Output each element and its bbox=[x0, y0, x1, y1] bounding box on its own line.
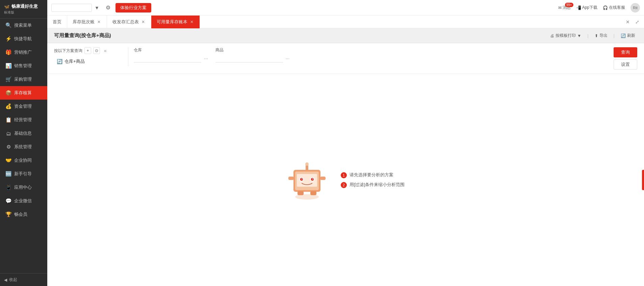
sidebar-item-member[interactable]: 🏆 畅会员 bbox=[0, 208, 47, 221]
headset-icon: 🎧 bbox=[603, 5, 608, 10]
online-service-button[interactable]: 🎧 在线客服 bbox=[603, 5, 625, 10]
enterprise-icon: 🤝 bbox=[5, 157, 11, 163]
close-window-button[interactable]: ✕ bbox=[624, 18, 632, 26]
filter-warehouse-input[interactable] bbox=[134, 54, 201, 62]
search-input[interactable] bbox=[51, 4, 92, 12]
sidebar-item-sales[interactable]: 📊 销售管理 bbox=[0, 59, 47, 73]
settings-gear-button[interactable]: ⚙ bbox=[103, 3, 113, 12]
scheme-add-button[interactable]: + bbox=[84, 47, 91, 54]
topbar-right-area: ✉ 消息 99+ 📲 App下载 🎧 在线客服 Rit bbox=[558, 3, 640, 12]
sidebar-item-basic[interactable]: 🗂 基础信息 bbox=[0, 127, 47, 140]
search-button[interactable]: ▼ bbox=[93, 4, 101, 11]
page-settings-button[interactable]: 设置 bbox=[614, 59, 637, 70]
page-actions: 🖨 按模板打印 ▼ | ⬆ 导出 | 🔄 刷新 bbox=[548, 32, 637, 40]
sidebar-item-wechat[interactable]: 💬 企业微信 bbox=[0, 194, 47, 208]
sidebar-footer[interactable]: ◀ 收起 bbox=[0, 273, 47, 286]
print-button[interactable]: 🖨 按模板打印 ▼ bbox=[548, 32, 583, 40]
content-area: 1 请先选择要分析的方案 2 用[过滤]条件来缩小分析范围 bbox=[47, 74, 644, 286]
scheme-item-label: 仓库+商品 bbox=[65, 58, 85, 64]
scheme-item-warehouse-goods[interactable]: 🔄 仓库+商品 bbox=[54, 57, 124, 66]
filter-goods-more-button[interactable]: ··· bbox=[285, 56, 290, 61]
sidebar-item-system[interactable]: ⚙ 系统管理 bbox=[0, 140, 47, 154]
appcenter-icon: 📱 bbox=[5, 184, 11, 190]
tab-batch-ledger-label: 库存批次账 bbox=[73, 19, 95, 25]
svg-rect-14 bbox=[298, 191, 304, 195]
search-icon: 🔍 bbox=[5, 22, 11, 28]
print-label: 按模板打印 bbox=[556, 33, 576, 38]
message-button[interactable]: ✉ 消息 99+ bbox=[558, 5, 571, 10]
tab-home[interactable]: 首页 bbox=[47, 16, 67, 28]
app-download-button[interactable]: 📲 App下载 bbox=[576, 5, 597, 10]
hint-text-1: 请先选择要分析的方案 bbox=[350, 172, 393, 178]
tab-recv-ledger-close[interactable]: ✕ bbox=[141, 20, 146, 24]
empty-robot-image bbox=[287, 160, 327, 200]
export-icon: ⬆ bbox=[595, 33, 598, 38]
query-button[interactable]: 查询 bbox=[614, 47, 637, 57]
sidebar-item-appcenter[interactable]: 📱 应用中心 bbox=[0, 181, 47, 194]
print-dropdown-icon: ▼ bbox=[577, 33, 581, 38]
message-badge: 99+ bbox=[565, 3, 573, 7]
svg-rect-13 bbox=[320, 177, 326, 180]
filter-area: 仓库 ··· 商品 ··· bbox=[128, 47, 614, 62]
svg-rect-15 bbox=[310, 191, 316, 195]
sidebar-item-operation[interactable]: 📋 经营管理 bbox=[0, 113, 47, 127]
sidebar-label-finance: 资金管理 bbox=[14, 103, 32, 109]
scheme-collapse-button[interactable]: « bbox=[102, 47, 109, 54]
scheme-header: 按以下方案查询 + ⊙ « bbox=[54, 47, 124, 54]
sidebar-item-shortcut[interactable]: ⚡ 快捷导航 bbox=[0, 32, 47, 46]
tab-batch-ledger-close[interactable]: ✕ bbox=[97, 20, 101, 24]
sidebar-label-operation: 经营管理 bbox=[14, 117, 32, 123]
sidebar-item-purchase[interactable]: 🛒 采购管理 bbox=[0, 73, 47, 86]
action-separator-1: | bbox=[587, 33, 588, 38]
sidebar-footer-label: 收起 bbox=[9, 277, 17, 283]
refresh-button[interactable]: 🔄 刷新 bbox=[619, 32, 637, 40]
scheme-settings-button[interactable]: ⊙ bbox=[93, 47, 100, 54]
message-icon: ✉ bbox=[558, 5, 562, 10]
tab-available-qty-close[interactable]: ✕ bbox=[189, 20, 194, 24]
tab-available-qty[interactable]: 可用量库存账本 ✕ bbox=[151, 16, 200, 28]
svg-point-9 bbox=[312, 179, 313, 180]
tab-batch-ledger[interactable]: 库存批次账 ✕ bbox=[67, 16, 107, 28]
sidebar-item-newguide[interactable]: 🆕 新手引导 bbox=[0, 167, 47, 181]
trial-industry-button[interactable]: 体验行业方案 bbox=[115, 3, 151, 12]
sidebar-label-system: 系统管理 bbox=[14, 144, 32, 150]
hint-item-2: 2 用[过滤]条件来缩小分析范围 bbox=[341, 182, 405, 188]
system-icon: ⚙ bbox=[5, 144, 11, 150]
sidebar-item-marketing[interactable]: 🎁 营销推广 bbox=[0, 46, 47, 59]
user-menu-button[interactable]: Rit bbox=[630, 3, 640, 12]
sidebar-item-search[interactable]: 🔍 搜索菜单 bbox=[0, 19, 47, 32]
finance-icon: 💰 bbox=[5, 103, 11, 109]
member-icon: 🏆 bbox=[5, 211, 11, 217]
sidebar-label-purchase: 采购管理 bbox=[14, 76, 32, 82]
action-separator-2: | bbox=[614, 33, 615, 38]
hint-num-2: 2 bbox=[341, 182, 347, 188]
tab-recv-ledger-label: 收发存汇总表 bbox=[112, 19, 139, 25]
sidebar-label-enterprise: 企业协同 bbox=[14, 157, 32, 163]
inventory-icon: 📦 bbox=[5, 90, 11, 96]
tabbar: 首页 库存批次账 ✕ 收发存汇总表 ✕ 可用量库存账本 ✕ ✕ ⤢ bbox=[47, 16, 644, 28]
svg-rect-12 bbox=[288, 177, 294, 180]
refresh-label: 刷新 bbox=[627, 33, 635, 38]
filter-warehouse-more-button[interactable]: ··· bbox=[203, 56, 209, 61]
wechat-icon: 💬 bbox=[5, 198, 11, 204]
sidebar-item-enterprise[interactable]: 🤝 企业协同 bbox=[0, 154, 47, 167]
sales-icon: 📊 bbox=[5, 63, 11, 69]
newguide-icon: 🆕 bbox=[5, 171, 11, 177]
sidebar-label-sales: 销售管理 bbox=[14, 63, 32, 69]
export-label: 导出 bbox=[599, 33, 608, 38]
online-service-label: 在线客服 bbox=[609, 5, 625, 10]
topbar: ▼ ⚙ 体验行业方案 ✉ 消息 99+ 📲 App下载 🎧 在线客服 Rit bbox=[47, 0, 644, 16]
brand-icon: 🦋 bbox=[4, 4, 9, 9]
filter-goods-input[interactable] bbox=[215, 54, 283, 62]
shortcut-icon: ⚡ bbox=[5, 36, 11, 42]
sidebar-item-finance[interactable]: 💰 资金管理 bbox=[0, 100, 47, 113]
export-button[interactable]: ⬆ 导出 bbox=[593, 32, 610, 40]
svg-point-8 bbox=[301, 179, 302, 180]
app-download-label: App下载 bbox=[582, 5, 597, 10]
tab-recv-ledger[interactable]: 收发存汇总表 ✕ bbox=[107, 16, 151, 28]
sidebar-item-inventory[interactable]: 📦 库存核算 bbox=[0, 86, 47, 100]
marketing-icon: 🎁 bbox=[5, 49, 11, 55]
filter-warehouse: 仓库 ··· bbox=[134, 47, 209, 62]
expand-window-button[interactable]: ⤢ bbox=[633, 18, 641, 26]
sidebar-label-basic: 基础信息 bbox=[14, 130, 32, 136]
